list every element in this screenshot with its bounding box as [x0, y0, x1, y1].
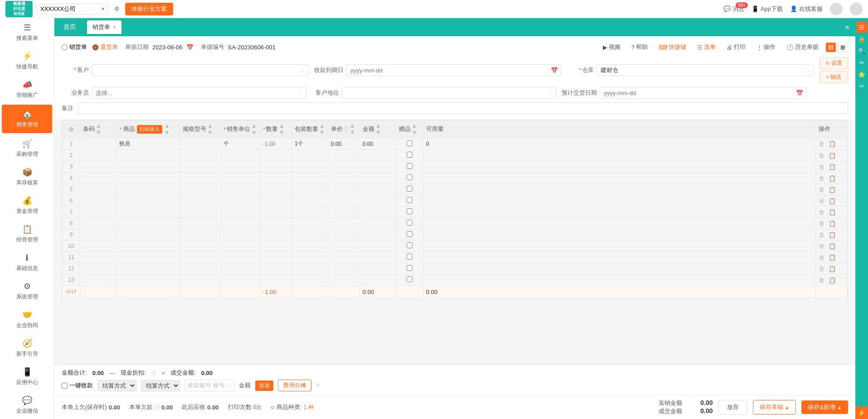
row-price-11[interactable]: [328, 252, 359, 263]
toolbar-select[interactable]: ☰ 选单: [693, 42, 719, 53]
row-unit-11[interactable]: [221, 252, 260, 263]
row-goods-9[interactable]: [116, 229, 180, 241]
delete-icon-7[interactable]: 🗑: [819, 209, 824, 216]
toolbar-print[interactable]: 🖨 打印: [723, 42, 749, 53]
row-amount-8[interactable]: [359, 218, 396, 229]
row-amount-7[interactable]: [359, 207, 396, 218]
expense-help-icon[interactable]: ?: [316, 382, 319, 389]
row-amount-11[interactable]: [359, 252, 396, 263]
row-gift-8[interactable]: [396, 218, 423, 229]
row-price-4[interactable]: [328, 173, 359, 184]
due-date-field[interactable]: [347, 65, 548, 76]
gift-checkbox-3[interactable]: [407, 163, 412, 169]
sidebar-item-sales[interactable]: 🏠 销售管理: [2, 105, 52, 133]
th-amount[interactable]: 金额▲▼: [359, 120, 396, 138]
sidebar-item-purchase[interactable]: 🛒 采购管理: [0, 134, 54, 163]
row-gift-9[interactable]: [396, 229, 423, 241]
close-window-icon[interactable]: ✕: [845, 24, 850, 31]
copy-icon-8[interactable]: 📋: [829, 220, 836, 227]
row-gift-12[interactable]: [396, 263, 423, 275]
row-spec-3[interactable]: [180, 161, 221, 173]
warehouse-dots-icon[interactable]: ···: [803, 67, 814, 74]
save-draft-button[interactable]: 保存草稿 ▲: [753, 400, 796, 414]
row-goods-5[interactable]: [116, 184, 180, 195]
row-qty-10[interactable]: [260, 241, 291, 252]
row-barcode-8[interactable]: [80, 218, 116, 229]
toolbar-help[interactable]: ? 帮助: [628, 42, 651, 53]
th-pack[interactable]: 包装数量▲▼: [291, 120, 328, 138]
row-barcode-2[interactable]: [80, 150, 116, 161]
due-date-input[interactable]: 📅: [346, 64, 561, 76]
row-goods-4[interactable]: [116, 173, 180, 184]
trial-button[interactable]: 体验行业方案: [125, 3, 173, 15]
sidebar-item-guide[interactable]: 🧭 新手引导: [0, 334, 54, 362]
warehouse-input[interactable]: ···: [596, 64, 814, 76]
row-amount-9[interactable]: [359, 229, 396, 241]
scan-button[interactable]: 扫码录入: [137, 125, 162, 134]
company-selector[interactable]: XXXXXX公司 ▾: [36, 4, 109, 14]
add-button[interactable]: 添加: [255, 380, 273, 391]
expected-date-field[interactable]: [600, 88, 793, 98]
row-qty-5[interactable]: [260, 184, 291, 195]
gift-checkbox-7[interactable]: [407, 208, 412, 214]
delete-icon-3[interactable]: 🗑: [819, 164, 824, 170]
row-pack-12[interactable]: [291, 263, 328, 275]
row-unit-6[interactable]: [221, 195, 260, 207]
discount-info-icon[interactable]: ⓘ: [151, 370, 156, 376]
row-gift-6[interactable]: [396, 195, 423, 207]
row-barcode-1[interactable]: [80, 138, 116, 150]
note-input[interactable]: [78, 102, 848, 114]
th-spec[interactable]: 规格型号▲▼: [180, 120, 221, 138]
row-amount-5[interactable]: [359, 184, 396, 195]
row-spec-12[interactable]: [180, 263, 221, 275]
delete-icon-5[interactable]: 🗑: [819, 186, 824, 193]
row-gift-4[interactable]: [396, 173, 423, 184]
copy-icon-7[interactable]: 📋: [829, 209, 836, 216]
right-panel-btn-6[interactable]: ✂: [856, 81, 867, 92]
row-goods-11[interactable]: [116, 252, 180, 263]
row-spec-4[interactable]: [180, 173, 221, 184]
sidebar-item-search[interactable]: ☰ 搜索菜单: [0, 18, 54, 47]
payment-method-select2[interactable]: 结算方式: [141, 380, 180, 391]
calendar-icon[interactable]: 📅: [186, 44, 194, 51]
gift-checkbox-5[interactable]: [407, 186, 412, 192]
copy-icon-10[interactable]: 📋: [829, 243, 836, 250]
gift-checkbox-2[interactable]: [407, 152, 412, 158]
delete-icon-9[interactable]: 🗑: [819, 231, 824, 238]
avatar-2[interactable]: [850, 3, 863, 15]
tab-home[interactable]: 首页: [54, 18, 85, 36]
row-barcode-3[interactable]: [80, 161, 116, 173]
row-gift-11[interactable]: [396, 252, 423, 263]
delete-icon-12[interactable]: 🗑: [819, 265, 824, 272]
row-qty-6[interactable]: [260, 195, 291, 207]
row-price-7[interactable]: [328, 207, 359, 218]
app-download-button[interactable]: 📱 App下载: [752, 5, 783, 13]
row-spec-9[interactable]: [180, 229, 221, 241]
row-pack-2[interactable]: [291, 150, 328, 161]
row-goods-13[interactable]: [116, 275, 180, 286]
row-gift-3[interactable]: [396, 161, 423, 173]
list-view-icon[interactable]: ▤: [826, 43, 836, 52]
row-pack-6[interactable]: [291, 195, 328, 207]
row-goods-12[interactable]: [116, 263, 180, 275]
sidebar-item-marketing[interactable]: 📣 营销推广: [0, 75, 54, 104]
expense-button[interactable]: 费用分摊: [278, 380, 311, 391]
row-barcode-7[interactable]: [80, 207, 116, 218]
sidebar-item-basicinfo[interactable]: ℹ 基础信息: [0, 248, 54, 277]
row-goods-8[interactable]: [116, 218, 180, 229]
row-qty-9[interactable]: [260, 229, 291, 241]
row-price-5[interactable]: [328, 184, 359, 195]
row-gift-10[interactable]: [396, 241, 423, 252]
row-gift-1[interactable]: [396, 138, 423, 150]
row-pack-3[interactable]: [291, 161, 328, 173]
sidebar-item-inventory[interactable]: 📦 库存核算: [0, 163, 54, 191]
tab-close-icon[interactable]: ×: [113, 24, 116, 30]
radio-return-order[interactable]: 退货单: [92, 43, 118, 51]
row-qty-4[interactable]: [260, 173, 291, 184]
row-gift-7[interactable]: [396, 207, 423, 218]
row-gift-2[interactable]: [396, 150, 423, 161]
radio-sales-input[interactable]: [62, 44, 68, 50]
account-input[interactable]: 收款账号 账号 ···: [184, 380, 234, 391]
gift-checkbox-12[interactable]: [407, 265, 412, 271]
delete-icon-2[interactable]: 🗑: [819, 152, 824, 159]
